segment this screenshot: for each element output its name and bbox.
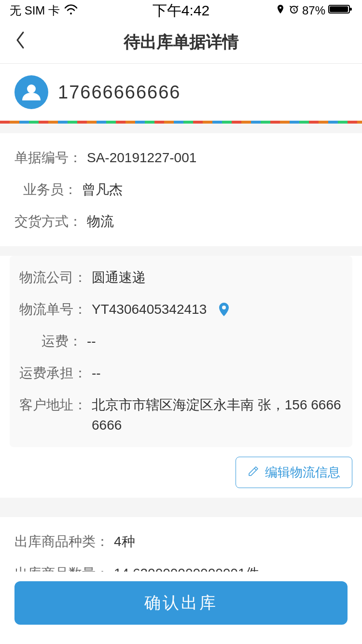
svg-point-4 <box>27 84 36 93</box>
logistics-company-label: 物流公司： <box>19 267 92 288</box>
logistics-company-value: 圆通速递 <box>92 267 343 288</box>
battery-label: 87% <box>302 4 325 17</box>
order-no-value: SA-20191227-001 <box>87 148 348 168</box>
page-title: 待出库单据详情 <box>124 31 238 54</box>
freight-bearer-row: 运费承担： -- <box>19 363 343 383</box>
delivery-method-row: 交货方式： 物流 <box>14 211 348 232</box>
freight-row: 运费： -- <box>19 331 343 351</box>
svg-rect-3 <box>330 6 348 12</box>
salesman-row: 业务员： 曾凡杰 <box>14 180 348 200</box>
tracking-no-value: YT43064053424​13 <box>92 299 343 320</box>
order-no-label: 单据编号： <box>14 148 87 168</box>
logistics-company-row: 物流公司： 圆通速递 <box>19 267 343 288</box>
confirm-button[interactable]: 确认出库 <box>14 581 348 625</box>
tracking-no-row: 物流单号： YT43064053424​13 <box>19 299 343 320</box>
order-no-row: 单据编号： SA-20191227-001 <box>14 148 348 168</box>
section-divider <box>0 498 362 507</box>
address-row: 客户地址： 北京市市辖区海淀区永丰南 张，156 6666 6666 <box>19 395 343 435</box>
goods-type-value: 4种 <box>114 532 348 552</box>
basic-info-section: 单据编号： SA-20191227-001 业务员： 曾凡杰 交货方式： 物流 <box>0 133 362 246</box>
nav-bar: 待出库单据详情 <box>0 21 362 64</box>
confirm-label: 确认出库 <box>144 593 218 612</box>
edit-icon <box>248 464 260 480</box>
svg-rect-2 <box>349 8 352 11</box>
salesman-value: 曾凡杰 <box>82 180 348 200</box>
tracking-no-text: YT43064053424​13 <box>92 299 207 320</box>
alarm-icon <box>289 4 299 17</box>
edit-logistics-label: 编辑物流信息 <box>265 464 340 481</box>
salesman-label: 业务员： <box>14 180 82 200</box>
delivery-method-label: 交货方式： <box>14 211 87 232</box>
freight-bearer-value: -- <box>92 363 343 383</box>
colored-divider <box>0 121 362 124</box>
address-label: 客户地址： <box>19 395 92 415</box>
bottom-area: 确认出库 <box>0 572 362 644</box>
person-icon <box>21 82 42 102</box>
wifi-icon <box>64 4 78 17</box>
logistics-section: 物流公司： 圆通速递 物流单号： YT43064053424​13 运费： --… <box>10 256 352 447</box>
status-bar: 无 SIM 卡 下午4:42 87% <box>0 0 362 21</box>
status-left: 无 SIM 卡 <box>10 3 78 18</box>
freight-bearer-label: 运费承担： <box>19 363 92 383</box>
location-active-icon <box>275 4 286 17</box>
back-button[interactable] <box>14 30 26 54</box>
carrier-label: 无 SIM 卡 <box>10 3 60 18</box>
address-value: 北京市市辖区海淀区永丰南 张，156 6666 6666 <box>92 395 343 435</box>
delivery-method-value: 物流 <box>87 211 348 232</box>
battery-icon <box>328 3 352 18</box>
tracking-no-label: 物流单号： <box>19 299 92 320</box>
edit-btn-row: 编辑物流信息 <box>0 447 362 498</box>
user-card: 17666666666 <box>0 64 362 121</box>
avatar <box>14 75 48 109</box>
goods-type-row: 出库商品种类： 4种 <box>14 532 348 552</box>
freight-label: 运费： <box>19 331 87 351</box>
goods-type-label: 出库商品种类： <box>14 532 114 552</box>
location-pin-icon[interactable] <box>214 300 234 319</box>
user-phone: 17666666666 <box>58 82 181 103</box>
edit-logistics-button[interactable]: 编辑物流信息 <box>236 457 352 488</box>
status-right: 87% <box>275 3 352 18</box>
status-time: 下午4:42 <box>153 1 209 21</box>
freight-value: -- <box>87 331 343 351</box>
logistics-wrapper: 物流公司： 圆通速递 物流单号： YT43064053424​13 运费： --… <box>0 256 362 498</box>
